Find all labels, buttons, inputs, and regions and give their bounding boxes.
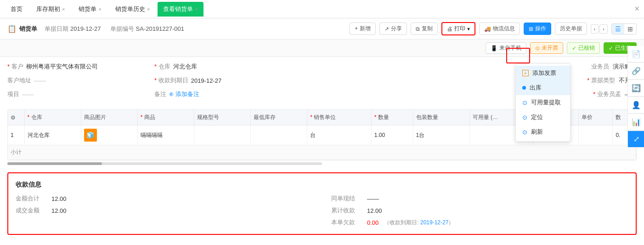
- prev-button[interactable]: ‹: [591, 24, 599, 34]
- product-img-icon: 🧊: [86, 131, 94, 139]
- print-button[interactable]: 🖨 打印 ▾: [441, 22, 475, 35]
- add-note-button[interactable]: ⊕ 添加备注: [169, 90, 199, 98]
- copy-label: 复制: [422, 25, 433, 33]
- td-price: [578, 125, 613, 145]
- logistics-label: 物流信息: [493, 25, 515, 33]
- nav-arrows: ‹ ›: [591, 24, 608, 34]
- grid-view-button[interactable]: ⊞: [624, 24, 636, 34]
- tab-sales-close[interactable]: ×: [98, 6, 101, 12]
- locate-icon: ⊙: [522, 114, 527, 121]
- address-label: 客户地址: [7, 76, 31, 85]
- dropdown-outbound[interactable]: 出库: [516, 80, 570, 95]
- dropdown-refresh[interactable]: ⊙ 刷新: [516, 125, 570, 139]
- refresh-icon: ⊙: [522, 129, 527, 136]
- payment-col-right: 同单现结 —— 累计收款 12.00 本单欠款 0.00 （收款到期日: 201…: [331, 194, 628, 227]
- subtotal-label: 小计: [8, 145, 636, 160]
- right-icon-user[interactable]: 👤: [628, 97, 644, 114]
- tab-sales[interactable]: 销货单 ×: [73, 2, 107, 17]
- td-warehouse: 河北仓库: [24, 125, 81, 145]
- list-view-button[interactable]: ☰: [612, 24, 624, 34]
- doc-number-value: SA-20191227-001: [136, 25, 185, 32]
- scrollbar[interactable]: [7, 162, 322, 165]
- add-invoice-label: 添加发票: [532, 69, 556, 77]
- th-unit: 销售单位: [307, 110, 371, 125]
- copy-button[interactable]: ⧉ 复制: [411, 23, 438, 35]
- dropdown-locate[interactable]: ⊙ 定位: [516, 110, 570, 125]
- add-button[interactable]: + 新增: [350, 23, 375, 35]
- operation-button[interactable]: ⊞ 操作: [524, 23, 551, 35]
- ticket-type-label: 票据类型: [587, 76, 615, 85]
- doc-date-value: 2019-12-27: [70, 25, 101, 32]
- tab-inventory-label: 库存期初: [36, 5, 60, 13]
- from-phone-button[interactable]: 📱 来自手机: [486, 42, 526, 54]
- payment-date-label: 收款到期日: [154, 76, 188, 85]
- tab-view-sales-close[interactable]: ×: [195, 6, 198, 12]
- td-qty: 1.00: [371, 125, 413, 145]
- view-toggle: ☰ ⊞: [611, 23, 637, 34]
- right-icon-chart[interactable]: 📊: [628, 114, 644, 131]
- right-icon-link[interactable]: 🔗: [628, 63, 644, 80]
- doc-date-field: 单据日期 2019-12-27: [45, 25, 101, 33]
- right-icon-expand[interactable]: ⤢: [628, 131, 644, 148]
- refresh-label: 刷新: [531, 128, 543, 136]
- tab-sales-history[interactable]: 销货单历史 ×: [109, 2, 156, 17]
- th-qty: 数量: [371, 110, 413, 125]
- customer-field: 客户 柳州粤港平安气体有限公司: [7, 63, 136, 71]
- same-order-row: 同单现结 ——: [331, 194, 628, 203]
- document-icon: 📋: [7, 24, 17, 33]
- effective-icon: ✓: [609, 45, 613, 51]
- tab-home[interactable]: 首页: [5, 2, 28, 17]
- th-warehouse: 仓库: [24, 110, 81, 125]
- not-open-button[interactable]: ⊙ 未开票: [530, 42, 563, 54]
- total-label: 金额合计: [16, 194, 48, 203]
- print-label: 打印: [454, 25, 465, 33]
- td-pkg-qty: 1台: [413, 125, 469, 145]
- warehouse-label: 仓库: [154, 63, 170, 71]
- tab-view-sales[interactable]: 查看销货单 ×: [158, 2, 203, 17]
- tab-inventory-close[interactable]: ×: [62, 6, 65, 12]
- doc-number-label: 单据编号: [110, 25, 134, 33]
- tab-inventory[interactable]: 库存期初 ×: [30, 2, 71, 17]
- add-invoice-icon: +: [522, 70, 529, 76]
- share-button[interactable]: ↗ 分享: [379, 23, 407, 35]
- project-label: 项目: [7, 90, 19, 98]
- th-settings: ⚙: [8, 110, 24, 125]
- total-value: 12.00: [51, 195, 67, 202]
- logistics-button[interactable]: 🚚 物流信息: [479, 23, 520, 35]
- th-spec: 规格型号: [194, 110, 251, 125]
- td-min-stock: [251, 125, 307, 145]
- th-price: 单价: [578, 110, 613, 125]
- warehouse-value: 河北仓库: [173, 63, 197, 71]
- tab-sales-history-label: 销货单历史: [115, 5, 145, 13]
- doc-number-field: 单据编号 SA-20191227-001: [110, 25, 185, 33]
- add-note-icon: ⊕: [169, 91, 174, 97]
- dropdown-available-qty[interactable]: ⊙ 可用量提取: [516, 95, 570, 110]
- window-close-button[interactable]: ×: [634, 4, 639, 14]
- th-min-stock: 最低库存: [251, 110, 307, 125]
- address-field: 客户地址 ——: [7, 76, 136, 85]
- doc-date-label: 单据日期: [45, 25, 68, 33]
- td-unit: 台: [307, 125, 371, 145]
- td-no: 1: [8, 125, 24, 145]
- product-image: 🧊: [84, 129, 97, 142]
- total-row: 金额合计 12.00: [16, 194, 313, 203]
- same-order-value: ——: [367, 195, 379, 202]
- dropdown-add-invoice[interactable]: + 添加发票: [516, 66, 570, 80]
- tab-home-label: 首页: [11, 5, 23, 13]
- payment-grid: 金额合计 12.00 成交金额 12.00 同单现结 —— 累计收款 12.00: [16, 194, 628, 227]
- tab-sales-history-close[interactable]: ×: [147, 6, 150, 12]
- copy-icon: ⧉: [416, 26, 420, 32]
- operation-dropdown: + 添加发票 出库 ⊙ 可用量提取 ⊙ 定位 ⊙ 刷新: [515, 63, 571, 142]
- history-button[interactable]: 历史单据: [555, 23, 587, 35]
- next-button[interactable]: ›: [599, 24, 608, 34]
- note-field: 备注 ⊕ 添加备注: [154, 90, 283, 98]
- confirm-icon: ✓: [572, 45, 576, 51]
- confirm-button[interactable]: ✓ 已核销: [567, 42, 600, 54]
- right-icon-refresh[interactable]: 🔄: [628, 80, 644, 97]
- right-icon-doc[interactable]: 📄: [628, 46, 644, 63]
- logistics-icon: 🚚: [484, 26, 491, 32]
- from-phone-label: 来自手机: [499, 44, 521, 52]
- payment-date-value: 2019-12-27: [191, 77, 222, 84]
- td-image: 🧊: [81, 125, 137, 145]
- owe-row: 本单欠款 0.00 （收款到期日: 2019-12-27）: [331, 218, 628, 227]
